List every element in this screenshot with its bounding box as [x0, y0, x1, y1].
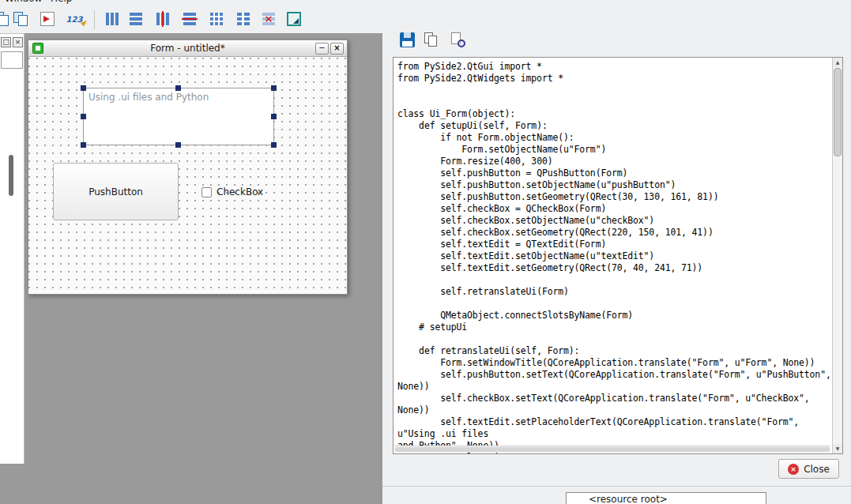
- bottom-strip: <resource root>: [382, 486, 851, 504]
- code-horizontal-scrollbar[interactable]: [394, 446, 830, 453]
- new-form-icon: [13, 12, 28, 26]
- resource-browser-clipped: <resource root>: [566, 492, 766, 504]
- selection-handle[interactable]: [175, 85, 181, 91]
- hscrollbar-thumb[interactable]: [395, 447, 830, 452]
- layout-horizontal-button[interactable]: [101, 8, 123, 30]
- checkbox-box-icon: [201, 187, 212, 197]
- clipped-icon: [0, 12, 9, 26]
- qt-designer-screen: Window Help 123: [0, 0, 851, 504]
- new-form-button[interactable]: [9, 8, 32, 30]
- selection-handle[interactable]: [175, 142, 181, 148]
- pushbutton-widget[interactable]: PushButton: [53, 163, 179, 220]
- code-area: from PySide2.QtGui import * from PySide2…: [393, 57, 843, 454]
- form-file-icon: [32, 43, 43, 54]
- dock-float-button[interactable]: □: [1, 37, 11, 47]
- widget-filter-input[interactable]: [1, 51, 23, 69]
- save-button[interactable]: [397, 29, 417, 50]
- save-icon: [400, 32, 415, 47]
- designer-form-window: Form - untitled* − × Using .ui files and…: [28, 39, 348, 295]
- layout-vertical-splitter-button[interactable]: [179, 8, 201, 30]
- copy-button[interactable]: [420, 29, 441, 50]
- selection-handle[interactable]: [271, 142, 277, 148]
- checkbox-label: CheckBox: [217, 186, 263, 197]
- scroll-down-icon[interactable]: ▼: [833, 444, 842, 453]
- checkbox-widget[interactable]: CheckBox: [201, 185, 263, 199]
- selection-handle[interactable]: [81, 114, 86, 119]
- close-window-button[interactable]: ×: [330, 43, 344, 55]
- menu-help[interactable]: Help: [51, 0, 72, 4]
- break-layout-button[interactable]: ×: [258, 8, 280, 30]
- code-preview-dialog: from PySide2.QtGui import * from PySide2…: [382, 12, 851, 486]
- break-layout-icon: ×: [262, 13, 275, 25]
- adjust-size-icon: [287, 12, 301, 26]
- close-button-label: Close: [804, 464, 830, 475]
- selection-handle[interactable]: [271, 85, 277, 91]
- layout-vertical-splitter-icon: [183, 13, 196, 25]
- layout-form-icon: [237, 13, 250, 25]
- edit-signals-slots-button[interactable]: [36, 8, 58, 30]
- textedit-selection: Using .ui files and Python: [83, 88, 274, 145]
- edit-tab-order-icon: 123: [66, 15, 83, 24]
- selection-handle[interactable]: [271, 114, 277, 119]
- close-button[interactable]: × Close: [778, 459, 839, 479]
- form-window-titlebar[interactable]: Form - untitled* − ×: [28, 40, 347, 57]
- menubar: Window Help: [0, 0, 851, 5]
- form-window-title: Form - untitled*: [150, 43, 224, 54]
- scrollbar-thumb[interactable]: [834, 68, 842, 156]
- layout-grid-icon: [210, 13, 223, 25]
- code-vertical-scrollbar[interactable]: ▲ ▼: [832, 58, 842, 453]
- layout-grid-button[interactable]: [205, 8, 228, 30]
- find-icon: [450, 32, 465, 47]
- resource-root-item[interactable]: <resource root>: [567, 493, 766, 504]
- layout-form-button[interactable]: [232, 8, 254, 30]
- minimize-button[interactable]: −: [315, 43, 329, 55]
- form-design-canvas[interactable]: Using .ui files and Python PushButton Ch…: [28, 58, 347, 294]
- selection-handle[interactable]: [81, 142, 86, 148]
- menu-window[interactable]: Window: [5, 0, 42, 4]
- find-button[interactable]: [447, 29, 468, 50]
- toolbar-separator: [94, 10, 95, 29]
- layout-vertical-icon: [130, 13, 142, 25]
- layout-vertical-button[interactable]: [125, 8, 147, 30]
- close-circle-icon: ×: [788, 464, 799, 475]
- layout-horizontal-splitter-button[interactable]: [152, 8, 174, 30]
- copy-icon: [424, 32, 439, 47]
- panel-scrollbar-thumb[interactable]: [9, 155, 13, 196]
- edit-signals-slots-icon: [40, 12, 55, 26]
- scroll-up-icon[interactable]: ▲: [833, 58, 842, 67]
- widget-box-panel-clipped: □ ×: [0, 33, 24, 464]
- adjust-size-button[interactable]: [283, 8, 305, 30]
- generated-code[interactable]: from PySide2.QtGui import * from PySide2…: [393, 58, 832, 453]
- layout-horizontal-icon: [106, 13, 119, 25]
- textedit-widget[interactable]: Using .ui files and Python: [83, 88, 274, 145]
- selection-handle[interactable]: [81, 85, 86, 91]
- layout-horizontal-splitter-icon: [156, 13, 169, 25]
- dock-close-button[interactable]: ×: [13, 37, 23, 47]
- edit-tab-order-button[interactable]: 123: [63, 8, 85, 30]
